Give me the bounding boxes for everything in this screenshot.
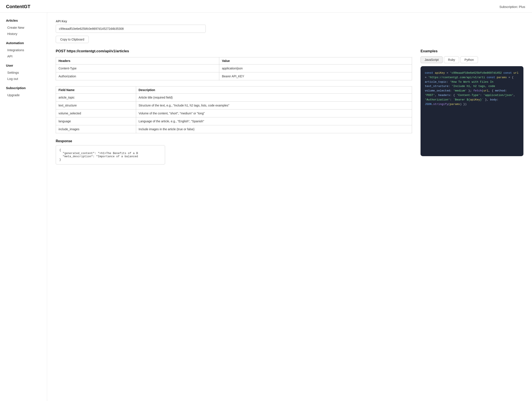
sidebar-item-settings[interactable]: Settings bbox=[6, 69, 47, 76]
table-row: article_topic Article title (required fi… bbox=[56, 94, 412, 101]
field-name: article_topic bbox=[56, 94, 136, 101]
top-bar: ContentGT Subscription: Plus bbox=[0, 0, 532, 13]
field-name: volume_selected bbox=[56, 109, 136, 117]
endpoint-url: POST https://contentgt.com/api/v1/articl… bbox=[56, 49, 412, 53]
field-name: text_structure bbox=[56, 101, 136, 109]
headers-table: Headers Value Content-Type application/j… bbox=[56, 57, 412, 80]
sidebar: Articles Create New History Automation I… bbox=[0, 13, 47, 401]
response-label: Response bbox=[56, 139, 412, 143]
tab-bar: JavaScript Ruby Python bbox=[421, 56, 523, 63]
tab-ruby[interactable]: Ruby bbox=[444, 56, 459, 63]
code-block: const apiKey = 'c99eaadf10e6e625bfc0e869… bbox=[421, 66, 523, 156]
endpoint-url-text: https://contentgt.com/api/v1/articles bbox=[67, 49, 129, 53]
field-desc: Language of the article, e.g., "English"… bbox=[136, 117, 412, 125]
tab-python[interactable]: Python bbox=[460, 56, 478, 63]
api-doc-section: POST https://contentgt.com/api/v1/articl… bbox=[56, 49, 412, 164]
subscription-label: Subscription: Plus bbox=[500, 5, 525, 9]
fields-table: Field Name Description article_topic Art… bbox=[56, 86, 412, 133]
table-row: include_images Include images in the art… bbox=[56, 125, 412, 133]
sidebar-item-logout[interactable]: Log out bbox=[6, 76, 47, 82]
sidebar-item-upgrade[interactable]: Upgrade bbox=[6, 92, 47, 98]
endpoint-row: POST https://contentgt.com/api/v1/articl… bbox=[56, 49, 523, 164]
header-value: application/json bbox=[219, 64, 412, 72]
examples-label: Examples bbox=[421, 49, 523, 53]
sidebar-item-integrations[interactable]: Integrations bbox=[6, 47, 47, 53]
table-row: text_structure Structure of the text, e.… bbox=[56, 101, 412, 109]
headers-col1: Headers bbox=[56, 57, 219, 64]
api-key-input[interactable] bbox=[56, 25, 206, 33]
sidebar-section-automation: Automation bbox=[6, 41, 47, 45]
copy-to-clipboard-button[interactable]: Copy to Clipboard bbox=[56, 36, 89, 43]
response-code: { "generated_content": "<h1>The Benefits… bbox=[56, 145, 165, 164]
sidebar-item-history[interactable]: History bbox=[6, 31, 47, 37]
table-row: language Language of the article, e.g., … bbox=[56, 117, 412, 125]
response-section: Response { "generated_content": "<h1>The… bbox=[56, 139, 412, 164]
headers-col2: Value bbox=[219, 57, 412, 64]
field-desc: Include images in the article (true or f… bbox=[136, 125, 412, 133]
header-value: Bearer API_KEY bbox=[219, 72, 412, 80]
api-key-section: API Key Copy to Clipboard bbox=[56, 19, 523, 43]
main-content: API Key Copy to Clipboard POST https://c… bbox=[47, 13, 532, 401]
field-desc: Structure of the text, e.g., "Include h1… bbox=[136, 101, 412, 109]
field-desc: Article title (required field) bbox=[136, 94, 412, 101]
table-row: Content-Type application/json bbox=[56, 64, 412, 72]
field-name: include_images bbox=[56, 125, 136, 133]
table-row: volume_selected Volume of the content, "… bbox=[56, 109, 412, 117]
endpoint-method: POST bbox=[56, 49, 66, 53]
header-name: Content-Type bbox=[56, 64, 219, 72]
sidebar-section-articles: Articles bbox=[6, 19, 47, 22]
fields-col1: Field Name bbox=[56, 87, 136, 94]
header-name: Authorization bbox=[56, 72, 219, 80]
table-row: Authorization Bearer API_KEY bbox=[56, 72, 412, 80]
sidebar-item-api[interactable]: API bbox=[6, 53, 47, 59]
examples-panel: Examples JavaScript Ruby Python const ap… bbox=[421, 49, 523, 156]
layout: Articles Create New History Automation I… bbox=[0, 13, 532, 401]
app-logo: ContentGT bbox=[6, 4, 31, 9]
sidebar-item-create-new[interactable]: Create New bbox=[6, 25, 47, 31]
sidebar-section-user: User bbox=[6, 64, 47, 67]
field-name: language bbox=[56, 117, 136, 125]
sidebar-section-subscription: Subscription bbox=[6, 86, 47, 90]
tab-javascript[interactable]: JavaScript bbox=[421, 56, 443, 63]
field-desc: Volume of the content, "short", "medium"… bbox=[136, 109, 412, 117]
fields-col2: Description bbox=[136, 87, 412, 94]
api-key-label: API Key bbox=[56, 19, 523, 23]
